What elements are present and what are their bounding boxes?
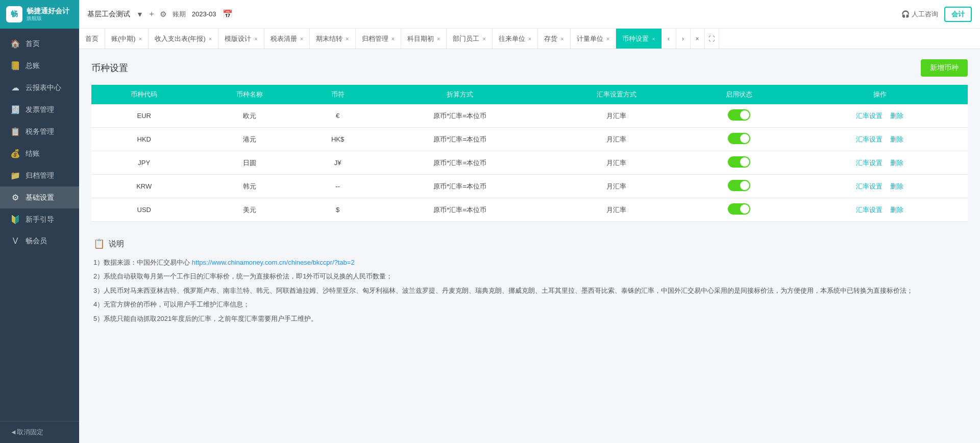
tab-----[interactable]: 归档管理× <box>356 29 401 49</box>
company-name: 基层工会测试 <box>87 10 130 19</box>
delete-link[interactable]: 删除 <box>890 112 903 120</box>
currency-table: 币种代码 币种名称 币符 折算方式 汇率设置方式 启用状态 操作 EUR 欧元 … <box>91 85 968 222</box>
sidebar-item-ledger[interactable]: 📒总账 <box>0 55 79 77</box>
chevron-left-icon: ‹ <box>668 35 670 42</box>
tab-----[interactable]: 模版设计× <box>218 29 264 49</box>
toggle-HKD[interactable] <box>728 133 750 144</box>
close-icon: × <box>696 35 699 42</box>
tab-----[interactable]: 科目期初× <box>401 29 447 49</box>
sidebar-pin-toggle[interactable]: ◄取消固定 <box>0 421 79 443</box>
tab-label: 模版设计 <box>225 34 251 43</box>
sidebar-item-member[interactable]: V畅会员 <box>0 230 79 252</box>
tab----------[interactable]: 收入支出表(年报)× <box>149 29 218 49</box>
toggle-USD[interactable] <box>728 203 750 215</box>
tab-nav-right[interactable]: › <box>676 29 691 49</box>
tab-close-icon[interactable]: × <box>606 36 609 42</box>
expand-icon: ⛶ <box>708 35 715 42</box>
tab-close-icon[interactable]: × <box>391 36 395 42</box>
sidebar-item-reports[interactable]: ☁云报表中心 <box>0 77 79 99</box>
tab-----[interactable]: 期末结转× <box>310 29 355 49</box>
cell-symbol: HK$ <box>302 128 373 151</box>
tab-label: 往来单位 <box>499 34 525 43</box>
tab-close-icon[interactable]: × <box>254 36 257 42</box>
tab-----[interactable]: 部门员工× <box>447 29 492 49</box>
header-icons: ▼ ＋ ⚙ <box>136 9 166 19</box>
checkout-icon: 💰 <box>10 149 20 158</box>
tab-----[interactable]: 税表清册× <box>264 29 310 49</box>
tab-label: 部门员工 <box>453 34 479 43</box>
invoice-icon: 🧾 <box>10 105 20 114</box>
rate-setting-link[interactable]: 汇率设置 <box>856 159 883 167</box>
tab-label: 期末结转 <box>316 34 342 43</box>
tab-close-icon[interactable]: × <box>437 36 440 42</box>
delete-link[interactable]: 删除 <box>890 159 903 167</box>
tab---[interactable]: 存货× <box>538 29 570 49</box>
tab---[interactable]: 首页 <box>79 29 105 49</box>
tab-close-icon[interactable]: × <box>482 36 485 42</box>
sidebar-item-invoice[interactable]: 🧾发票管理 <box>0 99 79 121</box>
table-row: HKD 港元 HK$ 原币*汇率=本位币 月汇率 汇率设置 删除 <box>91 128 968 151</box>
cell-enabled <box>687 175 792 198</box>
rate-setting-link[interactable]: 汇率设置 <box>856 135 883 143</box>
sidebar-item-guide[interactable]: 🔰新手引导 <box>0 208 79 230</box>
ledger-icon: 📒 <box>10 61 20 71</box>
tab-label: 收入支出表(年报) <box>155 34 206 43</box>
note-item: 4）无官方牌价的币种，可以用户手工维护汇率信息； <box>93 297 966 311</box>
toggle-JPY[interactable] <box>728 156 750 168</box>
new-currency-button[interactable]: 新增币种 <box>921 59 968 77</box>
account-button[interactable]: 会计 <box>944 7 972 22</box>
cell-name: 韩元 <box>197 175 302 198</box>
sidebar-item-tax[interactable]: 📋税务管理 <box>0 121 79 143</box>
dropdown-icon[interactable]: ▼ <box>136 10 143 18</box>
toggle-KRW[interactable] <box>728 180 750 191</box>
cell-code: EUR <box>91 104 197 128</box>
cell-name: 美元 <box>197 198 302 222</box>
toggle-EUR[interactable] <box>728 109 750 121</box>
logo-icon: 畅 <box>6 6 22 22</box>
table-row: USD 美元 $ 原币*汇率=本位币 月汇率 汇率设置 删除 <box>91 198 968 222</box>
calendar-icon[interactable]: 📅 <box>223 9 233 19</box>
add-icon[interactable]: ＋ <box>148 9 156 19</box>
tab-close-icon[interactable]: × <box>560 36 564 42</box>
rate-setting-link[interactable]: 汇率设置 <box>856 112 883 120</box>
note-item: 5）系统只能自动抓取2021年度后的汇率，之前年度汇率需要用户手工维护。 <box>93 312 966 325</box>
tab-close-icon[interactable]: × <box>346 36 349 42</box>
notes-title: 说明 <box>109 239 124 249</box>
sidebar-item-checkout[interactable]: 💰结账 <box>0 143 79 165</box>
page-header: 币种设置 新增币种 <box>91 59 968 77</box>
sidebar-item-archive[interactable]: 📁归档管理 <box>0 165 79 186</box>
tab-----[interactable]: 计量单位× <box>571 29 616 49</box>
sidebar-item-settings[interactable]: ⚙基础设置 <box>0 186 79 208</box>
tab-nav-left[interactable]: ‹ <box>662 29 676 49</box>
tab-close-icon[interactable]: × <box>528 36 531 42</box>
rate-setting-link[interactable]: 汇率设置 <box>856 206 883 214</box>
nav-label-tax: 税务管理 <box>26 127 54 136</box>
tab-close-icon[interactable]: × <box>209 36 212 42</box>
sidebar-item-home[interactable]: 🏠首页 <box>0 33 79 55</box>
tab------[interactable]: 账(中期)× <box>105 29 149 49</box>
tab-expand[interactable]: ⛶ <box>705 29 719 49</box>
content-area: 币种设置 新增币种 币种代码 币种名称 币符 折算方式 汇率设置方式 启用状态 … <box>79 49 980 443</box>
delete-link[interactable]: 删除 <box>890 135 903 143</box>
tab-----[interactable]: 币种设置× <box>616 29 662 49</box>
cell-rate-method: 月汇率 <box>547 198 687 222</box>
settings-icon[interactable]: ⚙ <box>160 10 166 19</box>
logo-name: 畅捷通好会计 <box>27 7 69 15</box>
tab-close-all[interactable]: × <box>691 29 705 49</box>
customer-service-btn[interactable]: 🎧 人工咨询 <box>901 10 938 19</box>
notes-link[interactable]: https://www.chinamoney.com.cn/chinese/bk… <box>192 259 355 266</box>
period-value: 2023-03 <box>192 10 216 18</box>
cell-enabled <box>687 151 792 175</box>
rate-setting-link[interactable]: 汇率设置 <box>856 182 883 190</box>
delete-link[interactable]: 删除 <box>890 182 903 190</box>
logo-sub: 旗舰版 <box>27 15 69 22</box>
tab-close-icon[interactable]: × <box>139 36 142 42</box>
tab-close-icon[interactable]: × <box>652 36 655 42</box>
cell-rate-method: 月汇率 <box>547 128 687 151</box>
tab-----[interactable]: 往来单位× <box>493 29 538 49</box>
cell-code: JPY <box>91 151 197 175</box>
cell-rate-method: 月汇率 <box>547 175 687 198</box>
delete-link[interactable]: 删除 <box>890 206 903 214</box>
tab-close-icon[interactable]: × <box>300 36 303 42</box>
sidebar: 畅 畅捷通好会计 旗舰版 🏠首页📒总账☁云报表中心🧾发票管理📋税务管理💰结账📁归… <box>0 0 79 443</box>
